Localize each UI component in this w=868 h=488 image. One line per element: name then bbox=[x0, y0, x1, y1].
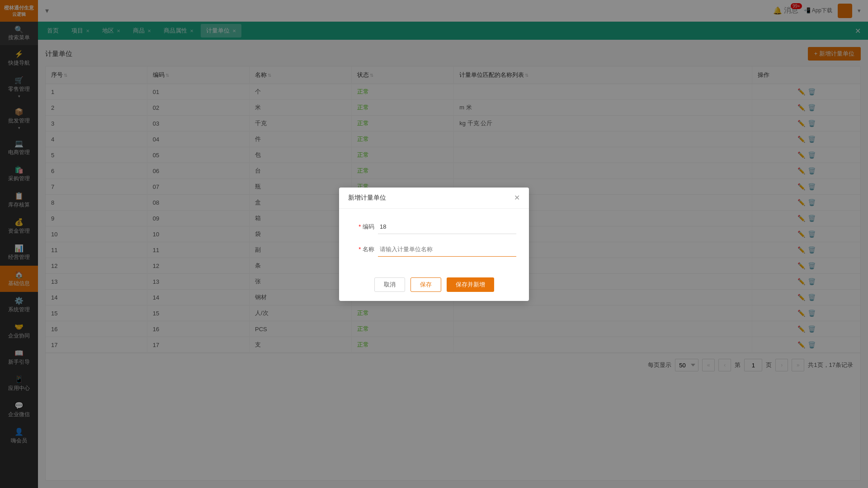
code-form-row: * 编码 bbox=[352, 220, 516, 234]
code-input[interactable] bbox=[378, 220, 516, 234]
modal-close-button[interactable]: ✕ bbox=[514, 194, 520, 202]
name-form-row: * 名称 bbox=[352, 242, 516, 257]
code-label: * 编码 bbox=[352, 223, 374, 231]
name-input[interactable] bbox=[378, 242, 516, 257]
code-required-mark: * bbox=[359, 223, 361, 230]
save-and-new-button[interactable]: 保存并新增 bbox=[447, 277, 494, 292]
modal-footer: 取消 保存 保存并新增 bbox=[339, 272, 529, 301]
name-required-mark: * bbox=[359, 246, 361, 253]
modal-title: 新增计量单位 bbox=[348, 194, 386, 202]
modal-body: * 编码 * 名称 bbox=[339, 209, 529, 272]
name-label: * 名称 bbox=[352, 245, 374, 253]
save-button[interactable]: 保存 bbox=[410, 277, 441, 292]
modal-overlay[interactable]: 新增计量单位 ✕ * 编码 * 名称 取消 保存 保存并新增 bbox=[0, 0, 868, 488]
modal-header: 新增计量单位 ✕ bbox=[339, 188, 529, 209]
add-measure-unit-modal: 新增计量单位 ✕ * 编码 * 名称 取消 保存 保存并新增 bbox=[339, 188, 529, 301]
cancel-button[interactable]: 取消 bbox=[374, 277, 405, 292]
